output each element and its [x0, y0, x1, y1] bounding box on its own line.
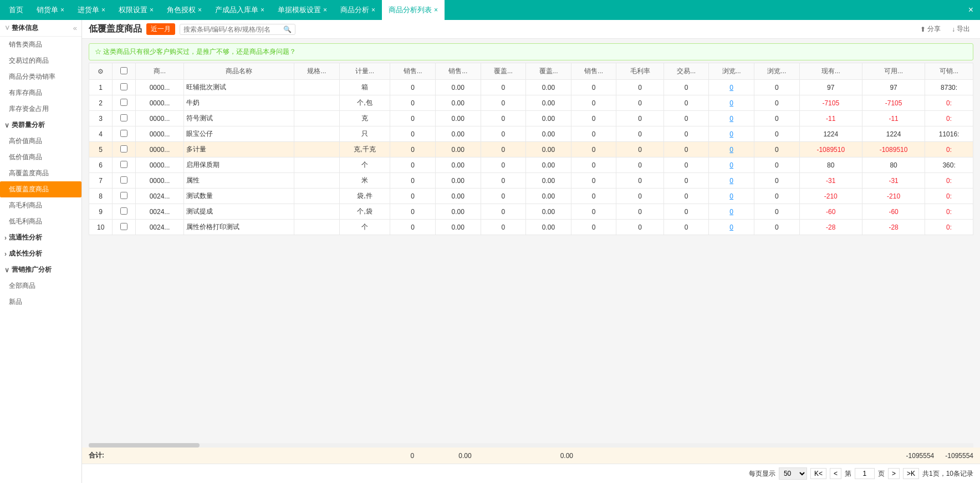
sidebar-item-stock-capital[interactable]: 库存资金占用 [0, 101, 81, 117]
export-icon: ↓ [952, 26, 955, 33]
nav-close-warehouse[interactable]: × [261, 6, 264, 14]
sidebar-item-low-margin[interactable]: 低毛利商品 [0, 213, 81, 230]
row-browse1[interactable]: 0 [709, 95, 754, 111]
sidebar-item-all-goods[interactable]: 全部商品 [0, 278, 81, 294]
row-checkbox[interactable] [113, 173, 136, 189]
row-transaction: 0 [663, 126, 709, 142]
row-coverage2: 0.00 [526, 220, 571, 235]
share-button[interactable]: ⬆ 分享 [917, 23, 944, 35]
row-checkbox[interactable] [113, 126, 136, 142]
nav-close-purchase-order[interactable]: × [101, 6, 105, 14]
row-unit: 米 [339, 173, 390, 189]
row-gross-margin: 0 [616, 204, 663, 220]
sidebar-section-group-analysis[interactable]: ∨ 类群量分析 [0, 117, 81, 133]
row-checkbox[interactable] [113, 111, 136, 126]
row-gross-margin: 0 [616, 126, 663, 142]
row-browse1[interactable]: 0 [709, 220, 754, 235]
row-browse1[interactable]: 0 [709, 173, 754, 189]
row-coverage2: 0.00 [526, 157, 571, 173]
sidebar-item-high-coverage[interactable]: 高覆盖度商品 [0, 165, 81, 181]
row-checkbox[interactable] [113, 95, 136, 111]
row-browse1[interactable]: 0 [709, 204, 754, 220]
first-page-button[interactable]: K< [810, 468, 826, 479]
sidebar-item-new-goods[interactable]: 新品 [0, 294, 81, 310]
select-all-checkbox[interactable] [120, 67, 127, 74]
row-checkbox[interactable] [113, 204, 136, 220]
last-page-button[interactable]: >K [903, 468, 919, 479]
row-available: -11 [862, 111, 925, 126]
scroll-thumb[interactable] [89, 443, 200, 448]
sidebar-item-low-coverage[interactable]: 低覆盖度商品 [0, 181, 81, 197]
row-available: -7105 [862, 95, 925, 111]
nav-product-analysis[interactable]: 商品分析 × [334, 0, 382, 20]
row-sellable: 0: [925, 189, 973, 204]
sidebar-section-growth[interactable]: › 成长性分析 [0, 246, 81, 262]
col-settings[interactable]: ⚙ [89, 63, 113, 80]
nav-close-analysis-list[interactable]: × [434, 6, 438, 14]
sidebar: ∨ 整体信息 « 销售类商品 交易过的商品 商品分类动销率 有库存商品 库存资金… [0, 20, 82, 483]
sidebar-collapse-btn[interactable]: « [73, 24, 77, 32]
row-browse2: 0 [754, 142, 800, 157]
row-browse1[interactable]: 0 [709, 111, 754, 126]
nav-permission-settings[interactable]: 权限设置 × [112, 0, 160, 20]
row-browse1[interactable]: 0 [709, 157, 754, 173]
row-sellable: 0: [925, 111, 973, 126]
sidebar-item-high-value[interactable]: 高价值商品 [0, 133, 81, 149]
row-num: 1 [89, 80, 113, 95]
sidebar-item-high-margin[interactable]: 高毛利商品 [0, 197, 81, 213]
sidebar-item-sales-goods[interactable]: 销售类商品 [0, 37, 81, 53]
row-gross-margin: 0 [616, 220, 663, 235]
window-close-button[interactable]: × [964, 5, 978, 15]
nav-purchase-order[interactable]: 进货单 × [71, 0, 112, 20]
sidebar-section-marketing[interactable]: ∨ 营销推广分析 [0, 262, 81, 278]
row-checkbox[interactable] [113, 157, 136, 173]
prev-page-button[interactable]: < [830, 468, 841, 479]
row-sales-qty: 0 [390, 126, 436, 142]
search-icon[interactable]: 🔍 [283, 26, 292, 33]
nav-close-role[interactable]: × [198, 6, 202, 14]
next-page-button[interactable]: > [888, 468, 900, 479]
row-browse1[interactable]: 0 [709, 189, 754, 204]
sidebar-item-category-rate[interactable]: 商品分类动销率 [0, 69, 81, 85]
page-number-input[interactable] [855, 468, 875, 479]
nav-close-sales-order[interactable]: × [60, 6, 64, 14]
page-suffix: 页 [878, 469, 885, 479]
row-browse1[interactable]: 0 [709, 80, 754, 95]
row-checkbox[interactable] [113, 80, 136, 95]
row-name: 旺辅批次测试 [183, 80, 294, 95]
sidebar-item-low-value[interactable]: 低价值商品 [0, 149, 81, 165]
nav-sales-order[interactable]: 销货单 × [30, 0, 71, 20]
col-available: 可用... [862, 63, 925, 80]
row-sales-amt: 0.00 [435, 189, 481, 204]
row-code: 0000... [136, 80, 184, 95]
time-filter-button[interactable]: 近一月 [146, 23, 175, 35]
nav-role-auth[interactable]: 角色授权 × [160, 0, 208, 20]
col-browse2: 浏览... [754, 63, 800, 80]
row-name: 测试提成 [183, 204, 294, 220]
horizontal-scrollbar[interactable] [89, 443, 973, 448]
nav-home[interactable]: 首页 [2, 0, 30, 20]
sidebar-item-traded-goods[interactable]: 交易过的商品 [0, 53, 81, 69]
sidebar-item-stock-goods[interactable]: 有库存商品 [0, 85, 81, 101]
nav-close-template[interactable]: × [323, 6, 327, 14]
col-name: 商品名称 [183, 63, 294, 80]
row-browse1[interactable]: 0 [709, 126, 754, 142]
page-title: 低覆盖度商品 [89, 23, 142, 35]
nav-close-analysis[interactable]: × [371, 6, 375, 14]
row-browse1[interactable]: 0 [709, 142, 754, 157]
data-table-wrapper[interactable]: ⚙ 商... 商品名称 规格... 计量... 销售... 销售... 覆盖..… [89, 63, 973, 443]
search-input[interactable] [183, 26, 283, 33]
row-coverage2: 0.00 [526, 189, 571, 204]
sidebar-section-liquidity[interactable]: › 流通性分析 [0, 230, 81, 246]
row-checkbox[interactable] [113, 220, 136, 235]
export-button[interactable]: ↓ 导出 [948, 23, 973, 35]
row-gross-margin: 0 [616, 80, 663, 95]
nav-close-permission[interactable]: × [150, 6, 154, 14]
row-sales-amt: 0.00 [435, 157, 481, 173]
page-size-select[interactable]: 50 100 200 [779, 467, 807, 480]
row-checkbox[interactable] [113, 189, 136, 204]
row-checkbox[interactable] [113, 142, 136, 157]
nav-template-settings[interactable]: 单据模板设置 × [271, 0, 334, 20]
nav-product-warehouse[interactable]: 产成品入库单 × [208, 0, 271, 20]
nav-product-analysis-list[interactable]: 商品分析列表 × [382, 0, 445, 20]
